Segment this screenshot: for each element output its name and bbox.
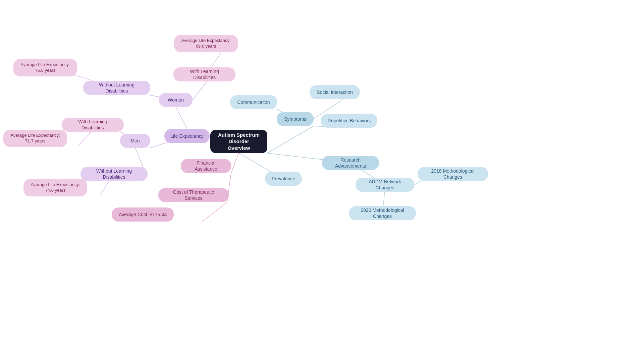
men-node[interactable]: Men bbox=[120, 134, 150, 148]
women-avg-life-node[interactable]: Average Life Expectancy: 69.6 years bbox=[174, 35, 238, 52]
svg-line-15 bbox=[193, 81, 207, 100]
svg-line-13 bbox=[176, 107, 187, 129]
men-without-ld-node[interactable]: Without Learning Disabilities bbox=[80, 167, 148, 181]
svg-line-4 bbox=[231, 153, 239, 173]
men-without-avg-node[interactable]: Average Life Expectancy: 74.6 years bbox=[23, 179, 87, 196]
svg-line-0 bbox=[267, 126, 314, 153]
men-with-avg-node[interactable]: Average Life Expectancy: 71.7 years bbox=[3, 130, 67, 147]
research-advancements-node[interactable]: Research Advancements bbox=[322, 156, 379, 170]
social-interaction-node[interactable]: Social Interaction bbox=[310, 85, 360, 99]
repetitive-behaviors-node[interactable]: Repetitive Behaviors bbox=[321, 114, 377, 128]
cost-therapeutic-node[interactable]: Cost of Therapeutic Services bbox=[158, 188, 229, 202]
financial-assistance-node[interactable]: Financial Assistance bbox=[181, 159, 231, 173]
symptoms-node[interactable]: Symptoms bbox=[277, 112, 314, 126]
communication-node[interactable]: Communication bbox=[230, 95, 277, 109]
methodological-2018-node[interactable]: 2018 Methodological Changes bbox=[418, 167, 488, 181]
svg-line-21 bbox=[79, 132, 91, 145]
women-without-avg-node[interactable]: Average Life Expectancy: 76.8 years bbox=[13, 59, 77, 76]
women-without-ld-node[interactable]: Without Learning Disabilities bbox=[83, 81, 150, 95]
center-node[interactable]: Autism Spectrum Disorder Overview bbox=[210, 130, 267, 153]
women-node[interactable]: Women bbox=[159, 93, 193, 107]
life-expectancy-node[interactable]: Life Expectancy bbox=[164, 129, 210, 143]
methodological-2020-node[interactable]: 2020 Methodological Changes bbox=[349, 206, 416, 220]
svg-line-12 bbox=[202, 202, 227, 222]
addm-network-node[interactable]: ADDM Network Changes bbox=[356, 178, 414, 192]
women-with-ld-node[interactable]: With Learning Disabilities bbox=[173, 67, 235, 81]
average-cost-node[interactable]: Average Cost: $175.44 bbox=[112, 207, 174, 222]
men-with-ld-node[interactable]: With Learning Disabilities bbox=[62, 118, 124, 132]
prevalence-node[interactable]: Prevalence bbox=[265, 172, 302, 186]
